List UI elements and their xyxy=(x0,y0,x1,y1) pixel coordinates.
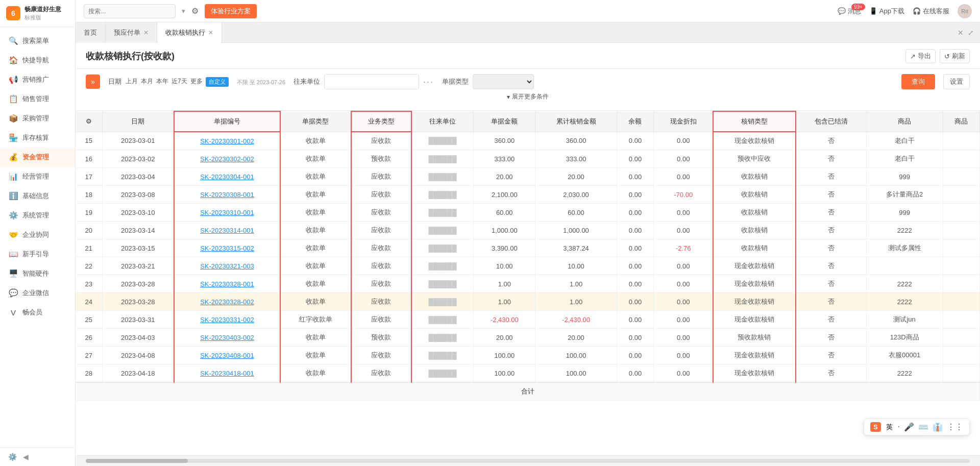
tab-collection-verify[interactable]: 收款核销执行✕ xyxy=(157,22,222,43)
date-option-本月[interactable]: 本月 xyxy=(141,77,153,87)
sidebar-item-hardware[interactable]: 🖥️智能硬件 xyxy=(0,264,75,283)
cell-date: 2023-03-28 xyxy=(102,293,174,311)
filter-bar: » 日期 上月本月本年近7天更多自定义 不限 至 2023-07-26 往来单位… xyxy=(76,69,980,111)
sidebar-item-capital[interactable]: 💰资金管理 xyxy=(0,148,75,167)
expand-conditions-button[interactable]: ▾ 展开更多条件 xyxy=(507,92,549,101)
voucher-link[interactable]: SK-20230408-001 xyxy=(200,352,254,359)
topbar-app-download[interactable]: 📱 App下载 xyxy=(869,7,904,16)
table-row[interactable]: 262023-04-03SK-20230403-002收款单预收款██████2… xyxy=(76,329,980,347)
voucher-type-select[interactable] xyxy=(473,74,534,89)
refresh-button[interactable]: ↺刷新 xyxy=(940,49,970,63)
table-row[interactable]: 172023-03-04SK-20230304-001收款单应收款██████2… xyxy=(76,168,980,186)
horizontal-scrollbar[interactable] xyxy=(86,459,970,463)
date-option-近7天[interactable]: 近7天 xyxy=(172,77,187,87)
cell-voucher_no[interactable]: SK-20230321-003 xyxy=(174,257,280,275)
col-header-settings[interactable]: ⚙ xyxy=(76,111,102,132)
negative-value: -2,430.00 xyxy=(562,316,590,324)
table-row[interactable]: 182023-03-08SK-20230308-001收款单应收款██████2… xyxy=(76,186,980,204)
date-option-更多[interactable]: 更多 xyxy=(190,77,203,87)
tab-pre-receivable[interactable]: 预应付单✕ xyxy=(106,22,157,43)
user-avatar[interactable]: Rit xyxy=(958,4,972,18)
sidebar-item-quick-nav[interactable]: 🏠快捷导航 xyxy=(0,51,75,70)
topbar-search-input[interactable] xyxy=(84,4,176,18)
maximize-icon[interactable]: ⤢ xyxy=(968,29,974,37)
voucher-link[interactable]: SK-20230328-001 xyxy=(200,280,254,288)
collapse-icon[interactable]: ◀ xyxy=(23,453,29,461)
table-row[interactable]: 222023-03-21SK-20230321-003收款单应收款██████1… xyxy=(76,257,980,275)
query-button[interactable]: 查询 xyxy=(901,74,935,89)
settings-icon[interactable]: ⚙️ xyxy=(8,453,17,461)
voucher-link[interactable]: SK-20230314-001 xyxy=(200,227,254,234)
cell-voucher_no[interactable]: SK-20230301-002 xyxy=(174,132,280,150)
date-option-上月[interactable]: 上月 xyxy=(126,77,138,87)
cell-voucher_no[interactable]: SK-20230314-001 xyxy=(174,222,280,239)
table-row[interactable]: 272023-04-08SK-20230408-001收款单应收款██████1… xyxy=(76,347,980,364)
tab-home[interactable]: 首页 xyxy=(76,22,106,43)
voucher-link[interactable]: SK-20230315-002 xyxy=(200,244,254,252)
date-custom-button[interactable]: 自定义 xyxy=(206,77,229,87)
ime-shirt-icon[interactable]: 👔 xyxy=(933,422,943,432)
table-row[interactable]: 152023-03-01SK-20230301-002收款单应收款██████3… xyxy=(76,132,980,150)
export-button[interactable]: ↗导出 xyxy=(905,49,936,63)
cell-voucher_no[interactable]: SK-20230328-001 xyxy=(174,275,280,293)
industry-solution-button[interactable]: 体验行业方案 xyxy=(205,4,257,18)
cell-voucher_no[interactable]: SK-20230328-002 xyxy=(174,293,280,311)
close-all-tabs-icon[interactable]: ✕ xyxy=(958,29,964,37)
voucher-link[interactable]: SK-20230418-001 xyxy=(200,370,254,377)
voucher-link[interactable]: SK-20230310-001 xyxy=(200,209,254,216)
voucher-link[interactable]: SK-20230308-001 xyxy=(200,191,254,199)
table-row[interactable]: 242023-03-28SK-20230328-002收款单应收款██████1… xyxy=(76,293,980,311)
cell-voucher_no[interactable]: SK-20230408-001 xyxy=(174,347,280,364)
counterparty-input[interactable] xyxy=(324,74,419,89)
table-row[interactable]: 162023-03-02SK-20230302-002收款单预收款██████3… xyxy=(76,150,980,168)
tab-close-pre-receivable[interactable]: ✕ xyxy=(143,29,149,36)
topbar-gear-icon[interactable]: ⚙ xyxy=(191,6,199,16)
sidebar-item-guide[interactable]: 📖新手引导 xyxy=(0,244,75,264)
table-row[interactable]: 282023-04-18SK-20230418-001收款单应收款██████1… xyxy=(76,364,980,383)
table-row[interactable]: 192023-03-10SK-20230310-001收款单应收款██████6… xyxy=(76,204,980,222)
cell-voucher_no[interactable]: SK-20230302-002 xyxy=(174,150,280,168)
sidebar-item-wechat[interactable]: 💬企业微信 xyxy=(0,283,75,303)
ime-dot-icon[interactable]: · xyxy=(898,422,900,432)
sidebar-item-basic[interactable]: ℹ️基础信息 xyxy=(0,186,75,206)
voucher-link[interactable]: SK-20230321-003 xyxy=(200,262,254,270)
sidebar-item-operation[interactable]: 📊经营管理 xyxy=(0,167,75,186)
sidebar-item-marketing[interactable]: 📢营销推广 xyxy=(0,70,75,89)
sidebar-item-inventory[interactable]: 🏪库存核算 xyxy=(0,128,75,148)
sidebar-item-purchase[interactable]: 📦采购管理 xyxy=(0,109,75,128)
topbar-chevron-icon[interactable]: ▾ xyxy=(182,7,185,15)
voucher-link[interactable]: SK-20230301-002 xyxy=(200,137,254,145)
cell-voucher_no[interactable]: SK-20230418-001 xyxy=(174,364,280,383)
cell-voucher_no[interactable]: SK-20230403-002 xyxy=(174,329,280,347)
ime-lang-label[interactable]: 英 xyxy=(886,423,893,432)
cell-voucher_no[interactable]: SK-20230304-001 xyxy=(174,168,280,186)
topbar-online-service[interactable]: 🎧 在线客服 xyxy=(913,7,949,16)
cell-voucher_no[interactable]: SK-20230310-001 xyxy=(174,204,280,222)
settings-button[interactable]: 设置 xyxy=(943,74,970,89)
filter-toggle-button[interactable]: » xyxy=(86,75,100,89)
table-row[interactable]: 252023-03-31SK-20230331-002红字收款单应收款█████… xyxy=(76,311,980,329)
sidebar-item-system[interactable]: ⚙️系统管理 xyxy=(0,206,75,225)
topbar-messages[interactable]: 💬 消息 99+ xyxy=(838,7,861,16)
voucher-link[interactable]: SK-20230403-002 xyxy=(200,334,254,341)
voucher-link[interactable]: SK-20230302-002 xyxy=(200,155,254,163)
sidebar-item-search[interactable]: 🔍搜索菜单 xyxy=(0,31,75,51)
voucher-link[interactable]: SK-20230328-002 xyxy=(200,298,254,306)
sidebar-item-sales[interactable]: 📋销售管理 xyxy=(0,89,75,109)
voucher-link[interactable]: SK-20230331-002 xyxy=(200,316,254,324)
tab-close-collection-verify[interactable]: ✕ xyxy=(208,29,213,36)
date-option-本年[interactable]: 本年 xyxy=(156,77,168,87)
table-row[interactable]: 202023-03-14SK-20230314-001收款单应收款██████1… xyxy=(76,222,980,239)
cell-voucher_no[interactable]: SK-20230331-002 xyxy=(174,311,280,329)
table-row[interactable]: 232023-03-28SK-20230328-001收款单应收款██████1… xyxy=(76,275,980,293)
ime-grid-icon[interactable]: ⋮⋮ xyxy=(947,422,963,432)
cell-voucher_no[interactable]: SK-20230315-002 xyxy=(174,239,280,257)
ime-keyboard-icon[interactable]: ⌨️ xyxy=(918,422,928,432)
sidebar-item-enterprise[interactable]: 🤝企业协同 xyxy=(0,225,75,244)
ime-mic-icon[interactable]: 🎤 xyxy=(904,422,914,432)
sidebar-item-member[interactable]: V畅会员 xyxy=(0,303,75,322)
voucher-link[interactable]: SK-20230304-001 xyxy=(200,173,254,181)
counterparty-dots[interactable]: ··· xyxy=(423,77,434,87)
cell-voucher_no[interactable]: SK-20230308-001 xyxy=(174,186,280,204)
table-row[interactable]: 212023-03-15SK-20230315-002收款单应收款██████3… xyxy=(76,239,980,257)
